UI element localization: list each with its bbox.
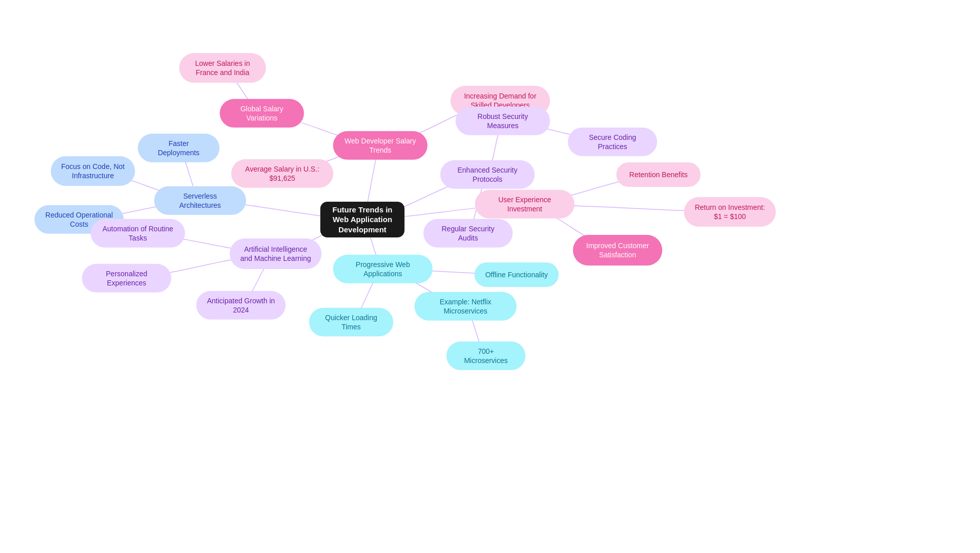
node-focus_code[interactable]: Focus on Code, Not Infrastructure	[51, 156, 135, 186]
node-offline[interactable]: Offline Functionality	[475, 262, 559, 287]
node-robust[interactable]: Robust Security Measures	[456, 107, 550, 135]
node-quicker_loading[interactable]: Quicker Loading Times	[309, 308, 394, 336]
node-ux_invest[interactable]: User Experience Investment	[475, 190, 575, 219]
node-retention[interactable]: Retention Benefits	[617, 162, 701, 187]
node-anticipated[interactable]: Anticipated Growth in 2024	[197, 291, 286, 320]
node-faster_deploy[interactable]: Faster Deployments	[138, 134, 219, 162]
node-secure_coding[interactable]: Secure Coding Practices	[568, 128, 657, 156]
node-regular_audits[interactable]: Regular Security Audits	[424, 219, 513, 248]
node-center[interactable]: Future Trends in Web Application Develop…	[321, 202, 405, 237]
node-security[interactable]: Enhanced Security Protocols	[440, 160, 535, 189]
node-roi[interactable]: Return on Investment: $1 = $100	[684, 197, 776, 227]
node-pwa[interactable]: Progressive Web Applications	[333, 255, 433, 283]
node-microservices[interactable]: 700+ Microservices	[447, 342, 526, 370]
node-improved_csat[interactable]: Improved Customer Satisfaction	[573, 235, 663, 266]
node-netflix[interactable]: Example: Netflix Microservices	[414, 292, 517, 321]
node-automation[interactable]: Automation of Routine Tasks	[91, 219, 185, 248]
node-personalized[interactable]: Personalized Experiences	[82, 264, 172, 293]
node-global_salary[interactable]: Global Salary Variations	[220, 99, 304, 128]
node-ai_ml[interactable]: Artificial Intelligence and Machine Lear…	[230, 238, 322, 269]
node-serverless[interactable]: Serverless Architectures	[154, 186, 246, 215]
mindmap-container: Future Trends in Web Application Develop…	[0, 0, 980, 553]
node-avg_salary[interactable]: Average Salary in U.S.: $91,625	[231, 159, 333, 188]
node-lower_salaries[interactable]: Lower Salaries in France and India	[179, 53, 266, 83]
node-salary_trends[interactable]: Web Developer Salary Trends	[333, 131, 428, 160]
